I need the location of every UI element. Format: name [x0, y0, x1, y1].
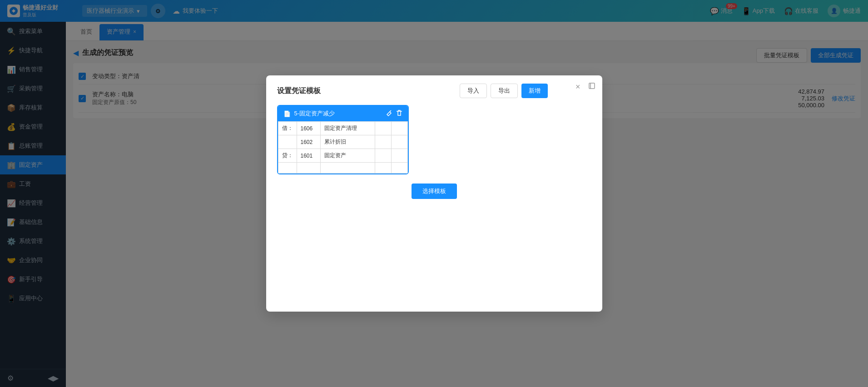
- empty-credit: [391, 163, 407, 174]
- template-card-header: 📄 5-固定资产减少: [278, 106, 408, 121]
- entry-name-3: 固定资产: [320, 149, 375, 163]
- template-header-left: 📄 5-固定资产减少: [283, 109, 335, 118]
- template-edit-icon[interactable]: [386, 110, 392, 118]
- import-button[interactable]: 导入: [460, 84, 487, 98]
- template-card: 📄 5-固定资产减少: [277, 105, 409, 174]
- template-card-body: 借： 1606 固定资产清理 1602 累计折旧: [278, 121, 408, 174]
- modal-close-button[interactable]: ×: [575, 83, 580, 91]
- modal-maximize-button[interactable]: [589, 83, 595, 90]
- template-delete-icon[interactable]: [396, 110, 402, 118]
- entry-side-2: [278, 135, 297, 149]
- template-entry-row-2: 1602 累计折旧: [278, 135, 407, 149]
- select-template-button[interactable]: 选择模板: [412, 184, 457, 199]
- modal-action-buttons: 导入 导出 新增: [460, 84, 548, 98]
- entry-credit-1: [391, 122, 407, 135]
- entry-name-2: 累计折旧: [320, 135, 375, 149]
- set-voucher-template-modal: 设置凭证模板 × 导入 导出 新增 📄 5-固定资产减少: [266, 75, 602, 312]
- entry-debit-3: [375, 149, 391, 163]
- empty-side: [278, 163, 297, 174]
- empty-code: [297, 163, 320, 174]
- template-entry-row-1: 借： 1606 固定资产清理: [278, 122, 407, 135]
- svg-line-3: [390, 110, 391, 112]
- entry-side-1: 借：: [278, 122, 297, 135]
- entry-side-3: 贷：: [278, 149, 297, 163]
- template-entry-row-empty: [278, 163, 407, 174]
- entry-code-3: 1601: [297, 149, 320, 163]
- entry-name-1: 固定资产清理: [320, 122, 375, 135]
- entry-code-2: 1602: [297, 135, 320, 149]
- modal-overlay: 设置凭证模板 × 导入 导出 新增 📄 5-固定资产减少: [0, 0, 868, 387]
- empty-debit: [375, 163, 391, 174]
- template-header-actions: [386, 110, 402, 118]
- svg-rect-1: [589, 83, 595, 89]
- entry-debit-2: [375, 135, 391, 149]
- entry-credit-2: [391, 135, 407, 149]
- select-template-area: 选择模板: [277, 184, 591, 199]
- template-entry-row-3: 贷： 1601 固定资产: [278, 149, 407, 163]
- template-name: 5-固定资产减少: [294, 109, 335, 118]
- template-doc-icon: 📄: [283, 110, 291, 117]
- empty-name: [320, 163, 375, 174]
- entry-credit-3: [391, 149, 407, 163]
- template-entries-table: 借： 1606 固定资产清理 1602 累计折旧: [278, 121, 408, 174]
- entry-code-1: 1606: [297, 122, 320, 135]
- entry-debit-1: [375, 122, 391, 135]
- new-template-button[interactable]: 新增: [521, 84, 548, 98]
- export-button[interactable]: 导出: [491, 84, 518, 98]
